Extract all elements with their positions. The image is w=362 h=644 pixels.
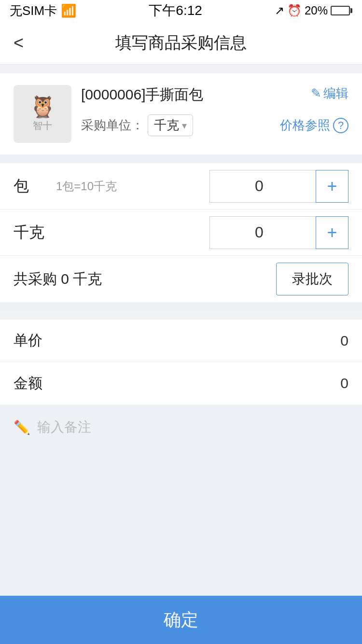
price-ref-button[interactable]: 价格参照 ? bbox=[280, 117, 348, 134]
price-value-total: 0 bbox=[340, 375, 348, 392]
wifi-icon: 📶 bbox=[61, 3, 76, 18]
edit-icon: ✎ bbox=[311, 86, 321, 101]
product-card: 🦉 智十 [0000006]手撕面包 ✎ 编辑 采购单位： 千克 ▾ bbox=[0, 73, 362, 154]
status-bar: 无SIM卡 📶 下午6:12 ↗ ⏰ 20% bbox=[0, 0, 362, 21]
product-unit-row: 采购单位： 千克 ▾ 价格参照 ? bbox=[81, 114, 348, 136]
page-wrapper: 无SIM卡 📶 下午6:12 ↗ ⏰ 20% < 填写商品采购信息 🦉 智十 [… bbox=[0, 0, 362, 644]
bottom-filler bbox=[0, 449, 362, 596]
quantity-plus-kg[interactable]: + bbox=[316, 216, 348, 249]
chevron-down-icon: ▾ bbox=[182, 120, 187, 131]
price-value-unit: 0 bbox=[340, 333, 348, 349]
remark-placeholder: 输入备注 bbox=[37, 418, 91, 436]
summary-unit: 千克 bbox=[73, 271, 102, 287]
pencil-icon: ✏️ bbox=[14, 420, 30, 435]
location-icon: ↗ bbox=[275, 4, 284, 17]
unit-value: 千克 bbox=[154, 117, 179, 134]
product-brand-label: 智十 bbox=[33, 119, 52, 132]
battery-icon bbox=[331, 6, 352, 15]
product-name: [0000006]手撕面包 bbox=[81, 85, 311, 105]
price-ref-label: 价格参照 bbox=[280, 117, 330, 134]
price-section: 单价 0 金额 0 bbox=[0, 320, 362, 405]
unit-select[interactable]: 千克 ▾ bbox=[148, 114, 193, 136]
edit-button[interactable]: ✎ 编辑 bbox=[311, 85, 348, 102]
battery-percent: 20% bbox=[305, 4, 328, 17]
summary-text: 共采购 0 千克 bbox=[14, 269, 102, 289]
quantity-section: 包 1包=10千克 + 千克 + bbox=[0, 163, 362, 256]
summary-prefix: 共采购 bbox=[14, 271, 57, 287]
product-header: [0000006]手撕面包 ✎ 编辑 bbox=[81, 85, 348, 105]
edit-label: 编辑 bbox=[323, 85, 348, 102]
back-button[interactable]: < bbox=[14, 33, 24, 53]
status-time: 下午6:12 bbox=[149, 1, 202, 20]
price-row-total: 金额 0 bbox=[0, 362, 362, 405]
quantity-label-kg: 千克 bbox=[14, 222, 52, 243]
quantity-input-kg[interactable] bbox=[209, 216, 316, 249]
confirm-button[interactable]: 确定 bbox=[0, 596, 362, 644]
price-row-unit: 单价 0 bbox=[0, 320, 362, 362]
page-title: 填写商品采购信息 bbox=[115, 32, 247, 54]
quantity-input-wrap-bao: + bbox=[209, 170, 348, 203]
product-owl-icon: 🦉 bbox=[29, 96, 56, 117]
alarm-icon: ⏰ bbox=[287, 4, 302, 17]
quantity-row-bao: 包 1包=10千克 + bbox=[0, 163, 362, 210]
remark-section[interactable]: ✏️ 输入备注 bbox=[0, 406, 362, 449]
product-image: 🦉 智十 bbox=[14, 85, 71, 143]
quantity-input-wrap-kg: + bbox=[209, 216, 348, 249]
summary-value: 0 bbox=[61, 271, 69, 287]
carrier-text: 无SIM卡 bbox=[10, 2, 57, 19]
status-left: 无SIM卡 📶 bbox=[10, 2, 76, 19]
batch-button[interactable]: 录批次 bbox=[276, 263, 348, 295]
quantity-input-bao[interactable] bbox=[209, 170, 316, 203]
unit-label: 采购单位： bbox=[81, 117, 144, 134]
status-right: ↗ ⏰ 20% bbox=[275, 4, 352, 17]
nav-bar: < 填写商品采购信息 bbox=[0, 21, 362, 65]
quantity-row-kg: 千克 + bbox=[0, 210, 362, 256]
quantity-label-bao: 包 bbox=[14, 176, 52, 197]
section-divider-1 bbox=[0, 154, 362, 163]
product-info: [0000006]手撕面包 ✎ 编辑 采购单位： 千克 ▾ 价格参照 ? bbox=[81, 85, 348, 136]
price-label-total: 金额 bbox=[14, 374, 42, 393]
section-divider-2 bbox=[0, 302, 362, 311]
help-icon: ? bbox=[333, 118, 348, 133]
summary-row: 共采购 0 千克 录批次 bbox=[0, 256, 362, 302]
quantity-plus-bao[interactable]: + bbox=[316, 170, 348, 203]
price-label-unit: 单价 bbox=[14, 331, 42, 350]
quantity-sublabel-bao: 1包=10千克 bbox=[56, 179, 209, 194]
